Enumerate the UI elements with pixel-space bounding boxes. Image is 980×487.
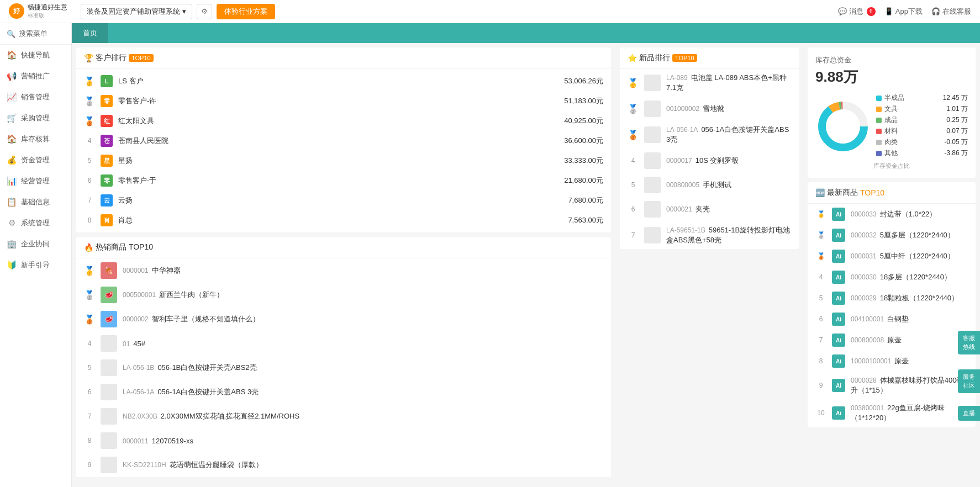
customer-avatar: 苍 (101, 135, 113, 147)
logo-text: 畅捷通好生意 (28, 3, 67, 11)
product-thumb: 🥩 (101, 311, 117, 327)
customer-name: LS 客户 (118, 76, 559, 86)
new-products-top10-header: 🆕 最新商品 TOP10 (808, 182, 976, 204)
sidebar-item-guide[interactable]: 🔰 新手引导 (0, 255, 71, 276)
community-label: 服务社区 (960, 373, 978, 390)
new-product-name: 004100001白钢垫 (851, 314, 968, 324)
search-menu[interactable]: 🔍 搜索菜单 (0, 23, 71, 45)
donut-chart (815, 99, 871, 154)
medal-icon: 🥇 (815, 210, 826, 218)
new-thumb: Ai (832, 406, 845, 420)
system-icon: ⚙ (7, 218, 17, 228)
rank-number: 9 (84, 461, 95, 469)
app-download-button[interactable]: 📱 App下载 (884, 7, 923, 17)
rank-number: 9 (815, 382, 826, 389)
sidebar-item-purchase[interactable]: 🛒 采购管理 (0, 108, 71, 129)
medal-icon: 🥉 (815, 252, 826, 260)
customer-amount: 7,563.00元 (568, 215, 603, 225)
logo-icon: 好 (9, 3, 24, 19)
float-direct-button[interactable]: 直播 (958, 406, 980, 421)
new-product-info: 000001710S 变刹罗彀 (666, 156, 791, 166)
purchase-icon: 🛒 (7, 113, 17, 123)
sidebar-item-marketing[interactable]: 📢 营销推广 (0, 66, 71, 87)
tab-bar: 首页 (72, 23, 980, 43)
product-thumb (101, 432, 117, 449)
sidebar-item-finance[interactable]: 💰 资金管理 (0, 150, 71, 171)
sidebar-item-system[interactable]: ⚙ 系统管理 (0, 213, 71, 234)
right-column: 库存总资金 9.88万 (803, 43, 980, 487)
rank-number: 8 (84, 216, 95, 224)
rank-number: 6 (815, 315, 826, 323)
rank-number: 10 (815, 409, 826, 417)
new-product-name: 000003018多层（1220*2440） (851, 272, 968, 282)
new-thumb: Ai (832, 208, 845, 221)
hot-info: KK-SD22110H花语萌恒温分腿睡袋（厚款） (123, 460, 603, 470)
new-thumb: Ai (832, 250, 845, 263)
settings-button[interactable]: ⚙ (197, 4, 212, 19)
new-product-item: 5 Ai 000002918颗粒板（1220*2440） (808, 288, 976, 309)
top-badge: TOP10 (129, 54, 154, 62)
sidebar-item-basic[interactable]: 📋 基础信息 (0, 192, 71, 213)
rank-item: 4 苍 苍南县人民医院 36,600.00元 (76, 131, 611, 151)
online-service-button[interactable]: 🎧 在线客服 (931, 7, 971, 17)
customer-name: 零售客户-于 (118, 176, 559, 186)
customer-avatar: 零 (101, 174, 113, 187)
system-selector[interactable]: 装备及固定资产辅助管理系统 ▾ (81, 4, 192, 19)
medal-icon: 🥇 (84, 266, 95, 276)
rank-number: 7 (84, 412, 95, 420)
sidebar-item-inventory[interactable]: 🏠 库存核算 (0, 129, 71, 150)
new-product-info: 001000002雪地靴 (666, 104, 791, 114)
sidebar-item-operation[interactable]: 📊 经营管理 (0, 171, 71, 192)
rank-number: 4 (84, 340, 95, 347)
sidebar-item-quick-nav[interactable]: 🏠 快捷导航 (0, 45, 71, 66)
fire-icon: 🔥 (84, 243, 93, 252)
new-products-card: 🆕 最新商品 TOP10 🥇 Ai 0000033封边带（1.0*22） 🥈 A… (808, 182, 976, 427)
legend-value: 0.25 万 (946, 115, 968, 125)
new-product-name: 000002918颗粒板（1220*2440） (851, 293, 968, 303)
product-thumb (644, 75, 661, 91)
new-thumb: Ai (832, 354, 845, 368)
sidebar-item-sales[interactable]: 📈 销售管理 (0, 87, 71, 108)
rank-number: 6 (628, 205, 639, 213)
new-product-info: LA-59651-1B59651-1B旋转投影灯电池盒ABS黑色+58壳 (666, 225, 791, 245)
message-icon: 💬 (838, 7, 847, 15)
new-products-header: ⭐ 新品排行 TOP10 (620, 47, 799, 69)
rank-item: 6 零 零售客户-于 21,680.00元 (76, 171, 611, 190)
trial-button[interactable]: 体验行业方案 (217, 4, 275, 19)
product-thumb (644, 126, 661, 143)
new-product-info: 000800005手机测试 (666, 180, 791, 190)
new-rank-item: 🥉 LA-056-1A056-1A白色按键开关盖ABS 3壳 (620, 121, 799, 149)
left-column: 🏆 客户排行 TOP10 🥇 L LS 客户 53,006.26元 🥈 (72, 43, 615, 487)
new-thumb: Ai (832, 334, 845, 347)
star-icon: ⭐ (628, 54, 637, 62)
rank-number: 4 (815, 273, 826, 281)
legend-area: 半成品 12.45 万 文具 1.01 万 成品 0.25 万 (876, 93, 968, 160)
hot-item: 9 KK-SD22110H花语萌恒温分腿睡袋（厚款） (76, 453, 611, 477)
new-thumb: Ai (832, 313, 845, 326)
service-label: 客服热线 (960, 334, 978, 351)
sidebar: 🔍 搜索菜单 🏠 快捷导航 📢 营销推广 📈 销售管理 🛒 采购管理 🏠 库存核… (0, 23, 72, 487)
float-service-button[interactable]: 客服热线 (958, 331, 980, 354)
headset-icon: 🎧 (931, 7, 940, 15)
product-thumb (101, 359, 117, 376)
customer-amount: 33,333.00元 (564, 156, 603, 166)
hot-products-header: 🔥 热销商品 TOP10 (76, 237, 611, 258)
hot-info: LA-056-1A056-1A白色按键开关盖ABS 3壳 (123, 387, 603, 397)
new-product-name: 0000033封边带（1.0*22） (851, 209, 968, 219)
new-rank-item: 5 000800005手机测试 (620, 173, 799, 197)
rank-number: 8 (815, 357, 826, 365)
tab-home[interactable]: 首页 (72, 23, 108, 43)
hot-item: 8 000001112070519-xs (76, 428, 611, 453)
float-community-button[interactable]: 服务社区 (958, 369, 980, 393)
message-button[interactable]: 💬 消息 6 (838, 7, 876, 17)
customer-rank-list: 🥇 L LS 客户 53,006.26元 🥈 零 零售客户-许 51,183.0… (76, 69, 611, 232)
new-product-name: 00000315厘中纤（1220*2440） (851, 251, 968, 261)
new-icon: 🆕 (815, 188, 825, 197)
sidebar-item-company[interactable]: 🏢 企业协同 (0, 234, 71, 255)
home-icon: 🏠 (7, 50, 17, 60)
inventory-icon: 🏠 (7, 134, 17, 144)
content-body: 🏆 客户排行 TOP10 🥇 L LS 客户 53,006.26元 🥈 (72, 43, 980, 487)
new-products-ranking-card: ⭐ 新品排行 TOP10 🥇 LA-089电池盖 LA-089 ABS本色+黑种… (620, 47, 799, 249)
hot-info: 0000002智利车子里（规格不知道填什么） (123, 314, 603, 324)
customer-ranking-header: 🏆 客户排行 TOP10 (76, 47, 611, 69)
